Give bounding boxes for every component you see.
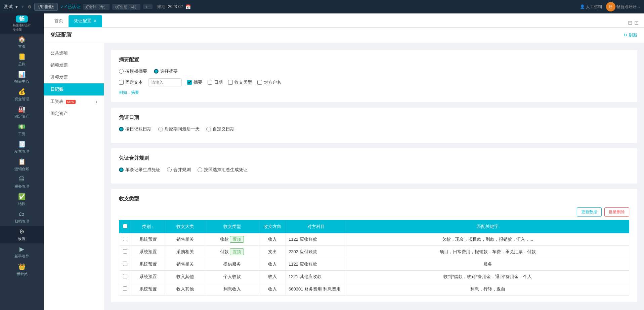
- calendar-icon[interactable]: 📅: [185, 4, 191, 9]
- sidebar-item-reports[interactable]: 📊 报表中心: [0, 69, 44, 86]
- row-category-4: 系统预置: [131, 283, 165, 296]
- sidebar-item-inout[interactable]: 📋 进销台账: [0, 156, 44, 173]
- row-direction-2: 收入: [259, 258, 286, 271]
- tab-voucher-label: 凭证配置: [74, 18, 91, 24]
- radio-custom-date[interactable]: 自定义日期: [206, 126, 234, 132]
- sidebar-item-close[interactable]: ✅ 结账: [0, 191, 44, 208]
- table-header-bar: 更新数据 批量删除: [119, 207, 629, 217]
- row-category-0: 系统预置: [131, 233, 165, 246]
- row-big-class-4: 收入其他: [165, 283, 205, 296]
- sidebar-item-assets[interactable]: 🏭 固定资产: [0, 104, 44, 121]
- tab-home[interactable]: 首页: [49, 15, 69, 27]
- row-checkbox-cell: [119, 271, 131, 283]
- nav-item-fixed-assets[interactable]: 固定资产: [44, 108, 104, 120]
- sort-icon: ↓: [152, 224, 154, 229]
- checkbox-income-type[interactable]: 收支类型: [228, 79, 252, 85]
- sidebar-item-home[interactable]: 🏠 首页: [0, 34, 44, 51]
- checkbox-date[interactable]: 日期: [208, 79, 223, 85]
- sidebar-item-funds[interactable]: 💰 资金管理: [0, 86, 44, 104]
- sidebar-item-guide[interactable]: ▶ 新手引导: [0, 243, 44, 261]
- checkbox-summary[interactable]: 摘要: [187, 79, 202, 85]
- sidebar-item-ledger[interactable]: 📒 总账: [0, 51, 44, 69]
- refresh-icon: ↻: [624, 33, 627, 38]
- nav-item-payroll[interactable]: 工资表 NEW ›: [44, 95, 104, 108]
- sidebar-item-tax[interactable]: 🏛 税务管理: [0, 173, 44, 191]
- invoice-icon: 🧾: [18, 141, 26, 148]
- reset-tag-1[interactable]: 置顶: [230, 248, 244, 255]
- radio-select-summary[interactable]: 选择摘要: [154, 68, 178, 74]
- row-checkbox-cell: [119, 258, 131, 271]
- row-keyword-2: 服务: [346, 258, 629, 271]
- row-big-class-2: 销售相关: [165, 258, 205, 271]
- checkbox-fixed-text[interactable]: 固定文本: [119, 79, 143, 85]
- row-checkbox-4[interactable]: [123, 286, 127, 291]
- sidebar-label-inout: 进销台账: [14, 166, 29, 171]
- radio-template-summary[interactable]: 按模板摘要: [119, 68, 147, 74]
- guide-icon: ▶: [19, 245, 24, 253]
- top-bar-add-icon[interactable]: ＋: [20, 4, 25, 10]
- table-row: 系统预置 采购相关 付款 置顶 支出 2202 应付账款 项目，日常费用，报销款…: [119, 246, 629, 258]
- reset-tag-0[interactable]: 置顶: [230, 236, 244, 243]
- support-link[interactable]: 👤 人工咨询: [580, 4, 602, 10]
- reports-icon: 📊: [18, 71, 26, 78]
- tag-more: +...: [143, 4, 153, 9]
- row-checkbox-1[interactable]: [123, 249, 127, 254]
- update-data-button[interactable]: 更新数据: [577, 207, 602, 217]
- row-keyword-3: 收到*借款，收到*备用金，退回*备用金，个人: [346, 271, 629, 283]
- table-row: 系统预置 收入其他 利息收入 收入 660301 财务费用 利息费用 利息，行转…: [119, 283, 629, 296]
- radio-journal-date[interactable]: 按日记账日期: [119, 126, 152, 132]
- nav-item-public[interactable]: 公共选项: [44, 47, 104, 59]
- sidebar-item-settings[interactable]: ⚙ 设置: [0, 226, 44, 243]
- row-checkbox-3[interactable]: [123, 274, 127, 278]
- row-checkbox-cell: [119, 283, 131, 296]
- tab-close-button[interactable]: ✕: [93, 18, 97, 23]
- top-bar-arrow[interactable]: ▾: [15, 4, 18, 9]
- main-layout: 畅 畅捷通好会计专业版 🏠 首页 📒 总账 📊 报表中心 💰 资金管理 🏭 固定…: [0, 13, 644, 310]
- sidebar-item-archive[interactable]: 🗂 归档管理: [0, 208, 44, 226]
- row-checkbox-0[interactable]: [123, 237, 127, 241]
- row-big-class-1: 采购相关: [165, 246, 205, 258]
- nav-item-sales-invoice[interactable]: 销项发票: [44, 59, 104, 71]
- select-all-checkbox[interactable]: [123, 224, 127, 228]
- radio-merge-rule[interactable]: 合并规则: [167, 167, 191, 173]
- sidebar-item-vip[interactable]: 👑 畅会员: [0, 261, 44, 278]
- merge-radio-group: 单条记录生成凭证 合并规则 按照选择汇总生成凭证: [119, 167, 629, 173]
- sidebar-item-salary[interactable]: 💵 工资: [0, 121, 44, 139]
- date-radio-group: 按日记账日期 对应期间最后一天 自定义日期: [119, 126, 629, 132]
- nav-item-purchase-invoice[interactable]: 进项发票: [44, 71, 104, 83]
- avatar[interactable]: 旺 畅捷通旺旺...: [606, 2, 640, 11]
- row-category-1: 系统预置: [131, 246, 165, 258]
- income-expense-title: 收支类型: [119, 196, 629, 202]
- th-big-class: 收支大类: [165, 220, 205, 233]
- top-bar-settings-icon[interactable]: ⚙: [28, 4, 32, 9]
- voucher-date-title: 凭证日期: [119, 114, 629, 121]
- radio-summary-generate[interactable]: 按照选择汇总生成凭证: [198, 167, 248, 173]
- row-type-3: 个人收款: [205, 271, 259, 283]
- row-checkbox-2[interactable]: [123, 262, 127, 266]
- nav-item-journal[interactable]: 日记账: [44, 83, 104, 95]
- radio-single-record[interactable]: 单条记录生成凭证: [119, 167, 160, 173]
- row-type-4: 利息收入: [205, 283, 259, 296]
- top-bar: 测试 ▾ ＋ ⚙ 切到旧版 ✓✓已认证 好会计（专） +好生意（标） +... …: [0, 0, 644, 13]
- logo-text: 畅捷通好会计专业版: [13, 23, 31, 32]
- summary-title: 摘要配置: [119, 56, 629, 63]
- tab-voucher-config[interactable]: 凭证配置 ✕: [69, 15, 102, 27]
- content-area: 首页 凭证配置 ✕ ⊟ ⊡ 凭证配置 ↻ 刷新 公共选项 销项发票: [44, 13, 644, 310]
- vip-icon: 👑: [18, 263, 26, 270]
- sidebar-item-invoice[interactable]: 🧾 发票管理: [0, 139, 44, 156]
- checkbox-counterparty[interactable]: 对方户名: [257, 79, 281, 85]
- left-nav: 公共选项 销项发票 进项发票 日记账 工资表 NEW › 固定资产: [44, 43, 104, 310]
- inout-icon: 📋: [18, 158, 26, 165]
- batch-delete-button[interactable]: 批量删除: [604, 207, 629, 217]
- tag-haoshengyi: +好生意（标）: [112, 4, 140, 10]
- row-type-2: 提供服务: [205, 258, 259, 271]
- th-category: 类别 ↓: [131, 220, 165, 233]
- table-header-row: 类别 ↓ 收支大类 收支类型 收支方向 对方科目 匹配关键字: [119, 220, 629, 233]
- radio-last-day[interactable]: 对应期间最后一天: [158, 126, 200, 132]
- refresh-button[interactable]: ↻ 刷新: [624, 32, 637, 38]
- window-min-button[interactable]: ⊟: [628, 20, 632, 26]
- switch-old-version-button[interactable]: 切到旧版: [34, 3, 58, 11]
- window-max-button[interactable]: ⊡: [634, 20, 639, 26]
- th-type: 收支类型: [205, 220, 259, 233]
- fixed-text-input[interactable]: [148, 78, 182, 86]
